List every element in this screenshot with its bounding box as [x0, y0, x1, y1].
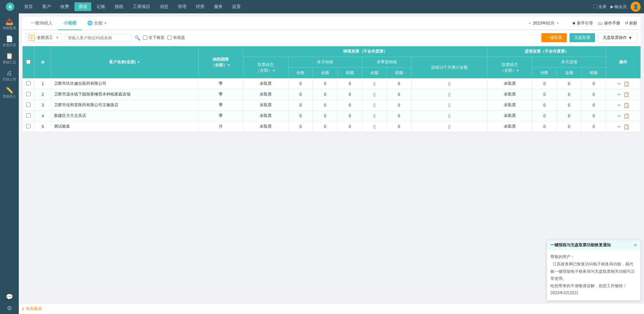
row-checkbox-0[interactable]: [22, 78, 35, 89]
header-settings[interactable]: ⚙: [35, 46, 51, 78]
next-month-btn[interactable]: ›: [557, 21, 558, 25]
employee-select[interactable]: 全 全部员工 ▼: [25, 33, 62, 43]
sidebar-bottom-item-0[interactable]: 💬: [4, 291, 14, 303]
header-purchase-ticket-status: 取票状态（全部）▼: [487, 57, 532, 78]
nav-item-工商项目[interactable]: 工商项目: [129, 2, 154, 11]
newbie-guide-btn[interactable]: ★ 新手引导: [572, 20, 593, 26]
row-purchase-ticket-status-2: 未取票: [487, 100, 532, 111]
view-btn-1[interactable]: 📋: [624, 92, 629, 97]
tab-1[interactable]: 小规模: [58, 17, 82, 30]
sidebar-bottom-item-1[interactable]: ⚙: [4, 303, 14, 314]
row-tax-period-3: 季: [198, 111, 243, 121]
header-sales-quarter-tax: 税额: [387, 68, 411, 78]
date-label: 2023年02月: [533, 20, 554, 26]
user-avatar[interactable]: 👤: [631, 2, 641, 12]
row-sales-quarter-amount-1: 0: [362, 89, 387, 100]
row-sales-ticket-status-3: 未取票: [243, 111, 288, 121]
row-sales-quarter-tax-4: 0: [387, 121, 411, 132]
nav-item-服务[interactable]: 服务: [210, 2, 227, 11]
sidebar-icon-4: ✏️: [6, 87, 13, 93]
view-btn-4[interactable]: 📋: [624, 124, 629, 129]
my-account-filter[interactable]: 名下账套: [143, 35, 165, 41]
row-sales-month-tax-1: 0: [337, 89, 362, 100]
tab-2[interactable]: 🌐 全能 ▼: [82, 17, 112, 30]
diskless-ticket-btn[interactable]: 无盘取票: [570, 33, 595, 42]
notification-close[interactable]: ✕: [634, 243, 637, 248]
row-purchase-month-copies-2: 0: [532, 100, 557, 111]
row-actions-3: ✏ 📋: [606, 111, 641, 121]
sidebar-item-0[interactable]: 📥智能取票: [1, 16, 17, 33]
row-sales-month-copies-4: 0: [288, 121, 313, 132]
one-click-ticket-btn[interactable]: 一键取票: [541, 33, 567, 42]
vip-btn[interactable]: ▶ 畅会员: [610, 4, 627, 10]
edit-btn-3[interactable]: ✏: [617, 113, 621, 119]
fullscreen-btn[interactable]: ⛶ 全屏: [593, 4, 606, 10]
tab-0[interactable]: 一般纳税人: [25, 17, 58, 30]
edit-btn-0[interactable]: ✏: [617, 81, 621, 86]
row-num-2: 3: [35, 100, 51, 111]
nav-item-客户[interactable]: 客户: [38, 2, 55, 11]
row-sales-quarter-tax-3: 0: [387, 111, 411, 121]
tax-disk-filter[interactable]: 有税盘: [167, 35, 185, 41]
nav-menu: 首页客户收费票据记账报税工商项目消息管理经营服务设置: [20, 2, 593, 11]
row-sales-month-tax-2: 0: [337, 100, 362, 111]
manual-btn[interactable]: 📖 操作手册: [598, 20, 620, 26]
sidebar-item-4[interactable]: ✏️票据录入: [1, 84, 17, 102]
row-checkbox-3[interactable]: [22, 111, 35, 121]
svg-text:易: 易: [8, 5, 12, 9]
header-sales-month-amount: 金额: [313, 68, 337, 78]
row-sales-quarter-amount-0: 0: [362, 78, 387, 89]
row-checkbox-1[interactable]: [22, 89, 35, 100]
row-cumulative12-2: 0: [411, 100, 487, 111]
row-cumulative12-3: 0: [411, 111, 487, 121]
view-btn-3[interactable]: 📋: [624, 113, 629, 119]
view-btn-2[interactable]: 📋: [624, 103, 629, 108]
diskless-ticket-operation-btn[interactable]: 无盘取票操作 ▼: [598, 33, 637, 43]
tab-row: 一般纳税人小规模🌐 全能 ▼ ‹ 2023年02月 › ★ 新手引导 📖 操作手…: [22, 17, 641, 30]
row-tax-period-1: 季: [198, 89, 243, 100]
edit-btn-4[interactable]: ✏: [617, 124, 621, 129]
tax-policy-link[interactable]: 税务政策: [26, 306, 42, 312]
sidebar-item-3[interactable]: 🖨扫描上传: [1, 67, 17, 84]
logo[interactable]: 易: [3, 2, 17, 11]
row-sales-quarter-amount-4: 0: [362, 121, 387, 132]
search-button[interactable]: 🔍: [135, 35, 140, 41]
row-sales-month-amount-4: 0: [313, 121, 337, 132]
row-purchase-month-tax-4: 0: [581, 121, 606, 132]
row-checkbox-4[interactable]: [22, 121, 35, 132]
row-purchase-month-tax-3: 0: [581, 111, 606, 121]
row-actions-2: ✏ 📋: [606, 100, 641, 111]
row-purchase-month-copies-1: 0: [532, 89, 557, 100]
row-sales-quarter-amount-3: 0: [362, 111, 387, 121]
search-input[interactable]: [65, 34, 132, 42]
header-quarter-sales: 本季度销项: [362, 57, 412, 68]
sidebar-item-1[interactable]: 📄发票开具: [1, 33, 17, 50]
row-actions-1: ✏ 📋: [606, 89, 641, 100]
row-purchase-month-amount-3: 0: [557, 111, 581, 121]
nav-item-票据[interactable]: 票据: [74, 2, 91, 11]
header-sales-month-copies: 份数: [288, 68, 313, 78]
prev-month-btn[interactable]: ‹: [529, 21, 530, 25]
refresh-btn[interactable]: ↺ 刷新: [625, 20, 637, 26]
view-btn-0[interactable]: 📋: [624, 81, 629, 86]
row-purchase-ticket-status-4: 未取票: [487, 121, 532, 132]
nav-item-经营[interactable]: 经营: [192, 2, 209, 11]
nav-item-记账[interactable]: 记账: [93, 2, 109, 11]
row-sales-ticket-status-4: 未取票: [243, 121, 288, 132]
row-purchase-month-tax-2: 0: [581, 100, 606, 111]
edit-btn-2[interactable]: ✏: [617, 103, 621, 108]
row-purchase-month-amount-0: 0: [557, 78, 581, 89]
notification-header: 一键报税与无盘取票功能恢复通知 ✕: [547, 240, 640, 250]
nav-item-设置[interactable]: 设置: [228, 2, 245, 11]
row-checkbox-2[interactable]: [22, 100, 35, 111]
edit-btn-1[interactable]: ✏: [617, 92, 621, 97]
header-checkbox[interactable]: [22, 46, 35, 78]
nav-item-收费[interactable]: 收费: [56, 2, 73, 11]
nav-item-管理[interactable]: 管理: [174, 2, 191, 11]
sidebar-item-2[interactable]: 📋票据汇总: [1, 50, 17, 67]
table-row: 4 新建区方方文具店 季 未取票 0 0 0 0 0 0 未取票 0 0 0 ✏…: [22, 111, 641, 121]
nav-item-消息[interactable]: 消息: [156, 2, 172, 11]
nav-item-报税[interactable]: 报税: [111, 2, 127, 11]
nav-item-首页[interactable]: 首页: [20, 2, 37, 11]
row-sales-month-amount-1: 0: [313, 89, 337, 100]
